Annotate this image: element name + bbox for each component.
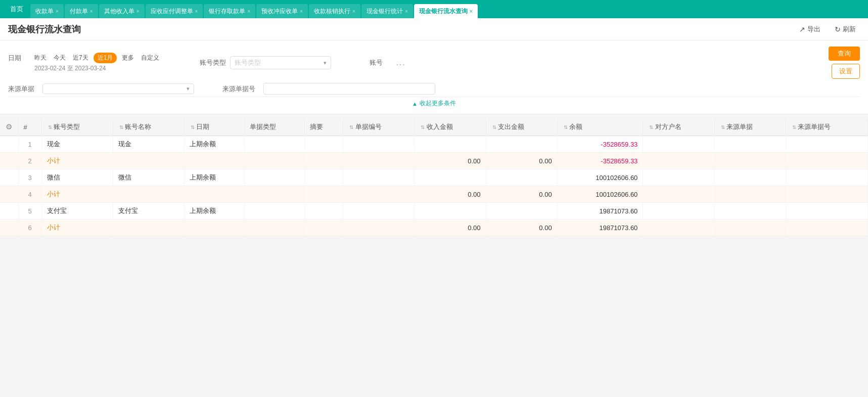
col-source-doc[interactable]: ⇅ 来源单据 (714, 118, 786, 136)
row-summary (304, 186, 343, 203)
collapse-up-icon: ▲ (412, 101, 418, 107)
nav-home[interactable]: 首页 (4, 0, 29, 18)
col-counterpart[interactable]: ⇅ 对方户名 (643, 118, 714, 136)
table-row: 2 小计 0.00 0.00 -3528659.33 (0, 153, 868, 169)
sort-icon-4: ⇅ (349, 124, 353, 130)
row-idx: 4 (18, 186, 41, 203)
date-opt-1month[interactable]: 近1月 (94, 53, 117, 63)
col-balance[interactable]: ⇅ 余额 (557, 118, 643, 136)
source-doc-no-input[interactable] (263, 83, 435, 95)
nav-tab-收款核销执行[interactable]: 收款核销执行× (309, 4, 360, 18)
sort-icon-5: ⇅ (421, 124, 425, 130)
export-button[interactable]: ↗ 导出 (795, 23, 825, 36)
page-title: 现金银行流水查询 (8, 23, 81, 35)
date-opt-today[interactable]: 今天 (52, 53, 68, 63)
collapse-label: 收起更多条件 (420, 99, 456, 108)
nav-tab-现金银行统计[interactable]: 现金银行统计× (361, 4, 413, 18)
row-source-doc-no (786, 153, 867, 169)
date-opt-more[interactable]: 更多 (120, 53, 136, 63)
row-source-doc (714, 153, 786, 169)
row-summary (304, 136, 343, 153)
row-account-type: 小计 (41, 186, 113, 203)
row-summary (304, 203, 343, 219)
row-doc-type (244, 186, 304, 203)
row-date: 上期余额 (184, 203, 244, 219)
top-nav: 首页 收款单×付款单×其他收入单×应收应付调整单×银行存取款单×预收冲应收单×收… (0, 0, 868, 18)
row-doc-type (244, 203, 304, 219)
col-income[interactable]: ⇅ 收入金额 (415, 118, 486, 136)
row-doc-no (343, 169, 415, 186)
row-doc-no (343, 219, 415, 236)
col-settings[interactable]: ⚙ (0, 118, 18, 136)
header-actions: ↗ 导出 ↻ 刷新 (795, 23, 860, 36)
row-source-doc-no (786, 169, 867, 186)
row-account-name (113, 219, 184, 236)
date-opt-custom[interactable]: 自定义 (139, 53, 161, 63)
query-button[interactable]: 查询 (829, 47, 860, 61)
table-wrapper: ⚙ # ⇅ 账号类型 ⇅ 账号名称 ⇅ 日期 单据类型 摘要 ⇅ 单据编号 (0, 118, 868, 236)
row-settings-cell (0, 169, 18, 186)
source-doc-select[interactable]: ▾ (42, 83, 194, 94)
col-date[interactable]: ⇅ 日期 (184, 118, 244, 136)
gear-icon[interactable]: ⚙ (6, 122, 12, 131)
nav-tab-付款单[interactable]: 付款单× (65, 4, 98, 18)
row-source-doc-no (786, 219, 867, 236)
row-settings-cell (0, 219, 18, 236)
nav-tab-现金银行流水查询[interactable]: 现金银行流水查询× (414, 4, 478, 18)
account-type-select[interactable]: 账号类型 ▾ (230, 56, 331, 69)
col-account-type[interactable]: ⇅ 账号类型 (41, 118, 113, 136)
table-row: 3 微信 微信 上期余额 100102606.60 (0, 169, 868, 186)
nav-tab-其他收入单[interactable]: 其他收入单× (99, 4, 145, 18)
sort-icon-2: ⇅ (119, 124, 123, 130)
refresh-button[interactable]: ↻ 刷新 (831, 23, 860, 36)
row-source-doc-no (786, 186, 867, 203)
col-doc-no[interactable]: ⇅ 单据编号 (343, 118, 415, 136)
filter-area: 日期 昨天 今天 近7天 近1月 更多 自定义 2023-02-24 至 202… (0, 40, 868, 114)
nav-tab-预收冲应收单[interactable]: 预收冲应收单× (256, 4, 308, 18)
row-source-doc (714, 186, 786, 203)
row-summary (304, 153, 343, 169)
refresh-icon: ↻ (835, 25, 841, 33)
row-idx: 1 (18, 136, 41, 153)
row-doc-no (343, 203, 415, 219)
settings-button[interactable]: 设置 (832, 64, 860, 79)
col-account-name[interactable]: ⇅ 账号名称 (113, 118, 184, 136)
row-doc-type (244, 136, 304, 153)
sort-icon-8: ⇅ (649, 124, 653, 130)
date-range: 2023-02-24 至 2023-03-24 (34, 65, 106, 72)
nav-tab-收款单[interactable]: 收款单× (30, 4, 64, 18)
row-date (184, 186, 244, 203)
account-type-placeholder: 账号类型 (235, 58, 261, 67)
col-source-doc-no[interactable]: ⇅ 来源单据号 (786, 118, 867, 136)
table-row: 6 小计 0.00 0.00 19871073.60 (0, 219, 868, 236)
row-date (184, 153, 244, 169)
row-date: 上期余额 (184, 169, 244, 186)
date-opt-yesterday[interactable]: 昨天 (32, 53, 49, 63)
date-opt-7days[interactable]: 近7天 (71, 53, 90, 63)
row-idx: 5 (18, 203, 41, 219)
row-expense: 0.00 (486, 153, 557, 169)
more-dots[interactable]: ... (394, 58, 407, 67)
row-balance: 19871073.60 (557, 203, 643, 219)
row-summary (304, 169, 343, 186)
sort-icon-9: ⇅ (721, 124, 725, 130)
collapse-bar[interactable]: ▲ 收起更多条件 (8, 97, 860, 110)
row-doc-no (343, 153, 415, 169)
table-row: 4 小计 0.00 0.00 100102606.60 (0, 186, 868, 203)
row-source-doc (714, 219, 786, 236)
row-counterpart (643, 169, 714, 186)
row-settings-cell (0, 203, 18, 219)
account-type-label: 账号类型 (200, 58, 226, 67)
chevron-down-icon: ▾ (324, 60, 327, 66)
row-account-name (113, 153, 184, 169)
nav-tab-应收应付调整单[interactable]: 应收应付调整单× (146, 4, 203, 18)
row-expense: 0.00 (486, 219, 557, 236)
col-expense[interactable]: ⇅ 支出金额 (486, 118, 557, 136)
row-counterpart (643, 136, 714, 153)
row-income: 0.00 (415, 219, 486, 236)
row-income: 0.00 (415, 186, 486, 203)
source-doc-label: 来源单据 (8, 84, 34, 94)
sort-icon-10: ⇅ (792, 124, 796, 130)
nav-tab-银行存取款单[interactable]: 银行存取款单× (204, 4, 255, 18)
row-account-name: 现金 (113, 136, 184, 153)
